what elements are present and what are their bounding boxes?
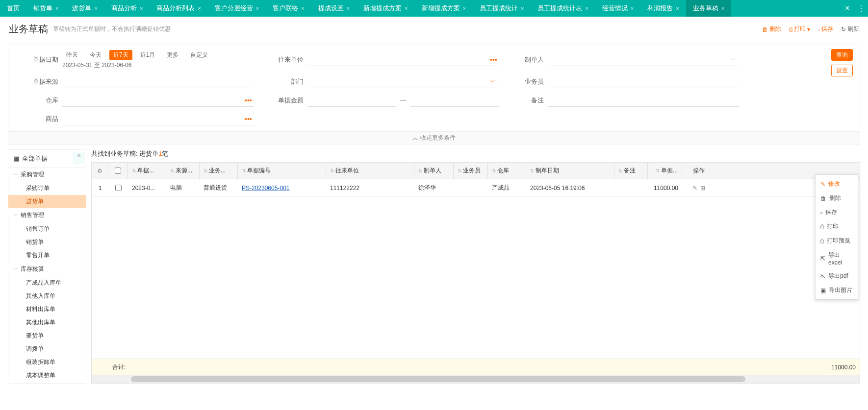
tab-销货单[interactable]: 销货单× — [26, 0, 65, 17]
date-chip-更多[interactable]: 更多 — [163, 50, 182, 60]
ctx-导出excel[interactable]: ⇱导出excel — [816, 248, 858, 269]
ctx-打印[interactable]: ⎙打印 — [816, 219, 858, 234]
tab-客户联络[interactable]: 客户联络× — [266, 0, 311, 17]
tab-客户分层经营[interactable]: 客户分层经营× — [208, 0, 266, 17]
tab-新增提成方案[interactable]: 新增提成方案× — [357, 0, 414, 17]
sidebar-item-要货单[interactable]: 要货单 — [8, 329, 86, 342]
close-icon[interactable]: × — [256, 5, 259, 11]
unit-input[interactable] — [307, 53, 499, 66]
sidebar-item-成本调整单[interactable]: 成本调整单 — [8, 369, 86, 378]
close-icon[interactable]: × — [676, 5, 679, 11]
ctx-导出图片[interactable]: ▣导出图片 — [816, 283, 858, 297]
wh-input[interactable] — [62, 94, 254, 107]
ctx-删除[interactable]: 🗑删除 — [816, 191, 858, 205]
close-icon[interactable]: × — [631, 5, 634, 11]
select-all-checkbox[interactable] — [115, 168, 121, 174]
close-icon[interactable]: × — [301, 5, 304, 11]
sidebar-item-其他出库单[interactable]: 其他出库单 — [8, 316, 86, 329]
unit-picker-icon[interactable]: ••• — [490, 56, 497, 64]
maker-input[interactable] — [548, 53, 739, 66]
sort-icon[interactable]: ⇅ — [204, 168, 207, 173]
close-icon[interactable]: × — [721, 5, 724, 11]
sidebar-item-进货单[interactable]: 进货单 — [8, 195, 86, 208]
sort-icon[interactable]: ⇅ — [418, 168, 422, 173]
tab-业务草稿[interactable]: 业务草稿× — [686, 0, 731, 17]
tab-经营情况[interactable]: 经营情况× — [595, 0, 640, 17]
sidebar-item-销售订单[interactable]: 销售订单 — [8, 222, 86, 236]
sort-icon[interactable]: ⇅ — [618, 168, 622, 173]
col-sales[interactable]: 业务员 — [463, 167, 481, 175]
tab-新增提成方案[interactable]: 新增提成方案× — [415, 0, 473, 17]
sidebar-item-销货单[interactable]: 销货单 — [8, 236, 86, 249]
tab-利润报告[interactable]: 利润报告× — [640, 0, 686, 17]
col-no[interactable]: 单据编号 — [247, 167, 271, 175]
collapse-sidebar-button[interactable]: « — [73, 152, 85, 164]
close-icon[interactable]: × — [347, 5, 350, 11]
col-wh[interactable]: 仓库 — [497, 167, 509, 175]
dept-input[interactable] — [307, 75, 499, 88]
row-checkbox[interactable] — [115, 185, 122, 191]
row-more-icon[interactable]: ⊞ — [700, 185, 705, 192]
sidebar-group-库存核算[interactable]: ﹀ 库存核算 — [8, 262, 86, 276]
tab-提成设置[interactable]: 提成设置× — [311, 0, 357, 17]
ctx-保存[interactable]: ▫保存 — [816, 205, 858, 219]
sidebar-item-组装拆卸单[interactable]: 组装拆卸单 — [8, 356, 86, 369]
col-date[interactable]: 单据... — [137, 167, 154, 175]
gear-icon[interactable]: ⚙ — [97, 168, 102, 174]
wh-picker-icon[interactable]: ••• — [245, 96, 252, 104]
sort-icon[interactable]: ⇅ — [170, 168, 174, 173]
table-row[interactable]: 12023-0...电脑普通进货PS-20230605-001111122222… — [92, 179, 860, 197]
sort-icon[interactable]: ⇅ — [132, 168, 136, 173]
horizontal-scrollbar[interactable] — [92, 375, 860, 383]
close-icon[interactable]: × — [463, 5, 466, 11]
col-remark[interactable]: 备注 — [624, 167, 636, 175]
product-input[interactable] — [62, 113, 254, 125]
cell-no-link[interactable]: PS-20230605-001 — [242, 185, 289, 192]
sort-icon[interactable]: ⇅ — [330, 168, 334, 173]
sidebar-item-产成品入库单[interactable]: 产成品入库单 — [8, 276, 86, 289]
sidebar-item-采购订单[interactable]: 采购订单 — [8, 182, 86, 195]
sidebar-group-销售管理[interactable]: ﹀ 销售管理 — [8, 208, 86, 222]
more-tabs-button[interactable]: ⋮ — [854, 4, 868, 13]
print-action[interactable]: ⎙ 打印 ▾ — [789, 25, 810, 33]
remark-input[interactable] — [548, 94, 739, 107]
tab-员工提成统计表[interactable]: 员工提成统计表× — [531, 0, 595, 17]
ctx-打印预览[interactable]: ⎙打印预览 — [816, 234, 858, 248]
date-chip-今天[interactable]: 今天 — [86, 50, 105, 60]
col-source[interactable]: 来源... — [176, 167, 192, 175]
sidebar-item-材料出库单[interactable]: 材料出库单 — [8, 303, 86, 316]
tab-进货单[interactable]: 进货单× — [65, 0, 104, 17]
sidebar-item-零售开单[interactable]: 零售开单 — [8, 249, 86, 262]
sort-icon[interactable]: ⇅ — [242, 168, 246, 173]
setting-button[interactable]: 设置 — [831, 65, 853, 76]
query-button[interactable]: 查询 — [831, 49, 853, 61]
ctx-导出pdf[interactable]: ⇱导出pdf — [816, 269, 858, 283]
col-amt[interactable]: 单据... — [661, 167, 678, 175]
amount-from-input[interactable] — [307, 94, 396, 107]
sidebar-item-其他入库单[interactable]: 其他入库单 — [8, 289, 86, 303]
close-icon[interactable]: × — [55, 5, 58, 11]
sort-icon[interactable]: ⇅ — [530, 168, 534, 173]
sort-icon[interactable]: ⇅ — [656, 168, 660, 173]
sidebar-group-采购管理[interactable]: ﹀ 采购管理 — [8, 168, 86, 182]
tab-商品分析[interactable]: 商品分析× — [104, 0, 150, 17]
close-icon[interactable]: × — [198, 5, 201, 11]
close-icon[interactable]: × — [94, 5, 97, 11]
sort-icon[interactable]: ⇅ — [458, 168, 461, 173]
sidebar-item-调拨单[interactable]: 调拨单 — [8, 342, 86, 356]
close-icon[interactable]: × — [521, 5, 524, 11]
product-picker-icon[interactable]: ••• — [245, 115, 252, 123]
col-biz[interactable]: 业务... — [209, 167, 226, 175]
collapse-filter-button[interactable]: ︽ 收起更多条件 — [8, 131, 860, 144]
sort-icon[interactable]: ⇅ — [492, 168, 496, 173]
close-icon[interactable]: × — [140, 5, 143, 11]
row-edit-icon[interactable]: ✎ — [692, 185, 697, 192]
col-mdate[interactable]: 制单日期 — [536, 167, 559, 175]
col-maker[interactable]: 制单人 — [424, 167, 441, 175]
date-chip-昨天[interactable]: 昨天 — [62, 50, 82, 60]
sales-input[interactable] — [548, 75, 739, 88]
close-icon[interactable]: × — [585, 5, 588, 11]
refresh-action[interactable]: ↻ 刷新 — [841, 25, 859, 33]
close-all-button[interactable]: × — [841, 4, 854, 13]
amount-to-input[interactable] — [410, 94, 499, 107]
